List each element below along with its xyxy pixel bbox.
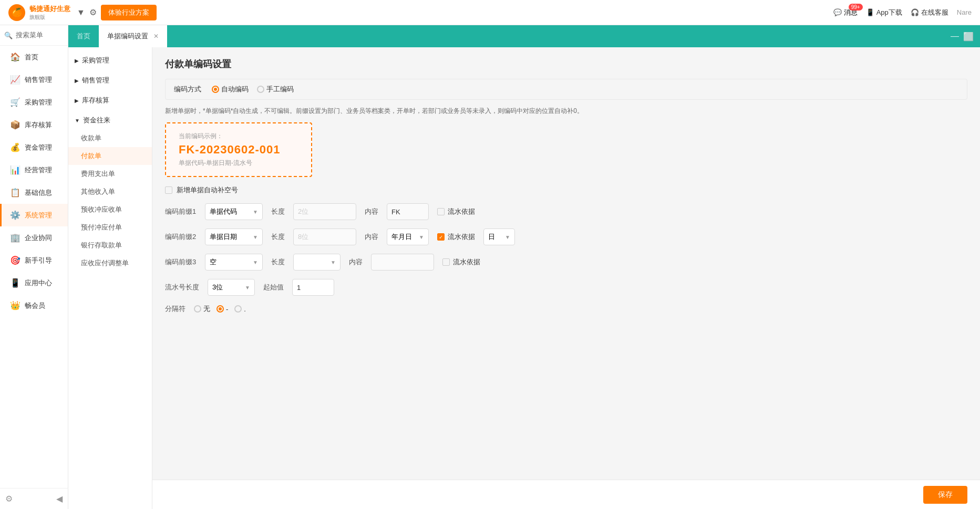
- tab-close-icon[interactable]: ✕: [153, 33, 159, 40]
- config-row-3: 编码前缀3 空 ▼ 长度 ▼ 内容: [165, 254, 967, 271]
- basic-icon: 📋: [10, 188, 20, 198]
- auto-fill-row[interactable]: 新增单据自动补空号: [165, 185, 967, 195]
- content2-label: 内容: [365, 232, 378, 242]
- search-menu[interactable]: 🔍 搜索菜单: [0, 25, 68, 46]
- stream1-box: [437, 208, 445, 215]
- length1-input: 2位: [293, 203, 356, 220]
- sidebar-item-sales[interactable]: 📈 销售管理: [0, 68, 68, 91]
- page-title: 付款单编码设置: [165, 58, 967, 70]
- chevron-right-icon3: ▶: [75, 98, 79, 103]
- sidebar-item-guide[interactable]: 🎯 新手引导: [0, 249, 68, 272]
- sidebar-collapse-icon[interactable]: ◀: [56, 494, 63, 504]
- auto-fill-label: 新增单据自动补空号: [177, 185, 238, 195]
- prefix3-select[interactable]: 空 ▼: [205, 254, 263, 271]
- length2-input: 8位: [293, 228, 356, 245]
- group-funds-title[interactable]: ▼ 资金往来: [68, 111, 152, 129]
- prefix2-select[interactable]: 单据日期 ▼: [205, 228, 263, 245]
- code-preview-desc: 单据代码-单据日期-流水号: [179, 159, 298, 168]
- sidebar: 🔍 搜索菜单 🏠 首页 📈 销售管理 🛒 采购管理 📦 库存核算 💰: [0, 25, 68, 509]
- guide-icon: 🎯: [10, 255, 20, 265]
- top-bar: 🍊 畅捷通好生意 旗舰版 ▼ ⚙ 体验行业方案 💬 消息 99+ 📱 App下载…: [0, 0, 980, 25]
- length2-label: 长度: [271, 232, 285, 242]
- sub-item-shoukuandan[interactable]: 收款单: [68, 129, 152, 147]
- tab-home[interactable]: 首页: [68, 25, 99, 47]
- save-button[interactable]: 保存: [923, 486, 967, 504]
- stream3-checkbox[interactable]: 流水依据: [442, 257, 480, 267]
- sidebar-item-finance[interactable]: 💰 资金管理: [0, 136, 68, 159]
- sidebar-item-home[interactable]: 🏠 首页: [0, 46, 68, 68]
- sub-item-yingshu[interactable]: 应收应付调整单: [68, 254, 152, 272]
- sidebar-item-enterprise[interactable]: 🏢 企业协同: [0, 226, 68, 249]
- sales-icon: 📈: [10, 75, 20, 85]
- sidebar-nav: 🏠 首页 📈 销售管理 🛒 采购管理 📦 库存核算 💰 资金管理 📊 经: [0, 46, 68, 488]
- trial-button[interactable]: 体验行业方案: [101, 5, 157, 20]
- group-inventory-title[interactable]: ▶ 库存核算: [68, 91, 152, 109]
- sub-item-feiyong[interactable]: 费用支出单: [68, 165, 152, 183]
- group-sales: ▶ 销售管理: [68, 71, 152, 89]
- tab-bar: 首页 单据编码设置 ✕ — ⬜: [68, 25, 980, 47]
- funds-items: 收款单 付款单 费用支出单 其他收入单 预收冲应收单 预付冲应付单 银行存取款单…: [68, 129, 152, 272]
- separator-row: 分隔符 无 - .: [165, 304, 967, 314]
- content2-select[interactable]: 年月日 ▼: [387, 228, 429, 245]
- sub-sidebar: ▶ 采购管理 ▶ 销售管理 ▶ 库存核算: [68, 47, 152, 509]
- serial-row: 流水号长度 3位 ▼ 起始值 1: [165, 279, 967, 296]
- sidebar-item-system[interactable]: ⚙️ 系统管理: [0, 204, 68, 226]
- purchase-icon: 🛒: [10, 97, 20, 107]
- manual-code-radio[interactable]: 手工编码: [257, 85, 294, 94]
- tab-maximize-btn[interactable]: ⬜: [963, 32, 974, 41]
- sidebar-settings-icon[interactable]: ⚙: [5, 494, 13, 504]
- sidebar-item-member[interactable]: 👑 畅会员: [0, 294, 68, 317]
- group-sales-title[interactable]: ▶ 销售管理: [68, 71, 152, 89]
- auto-fill-checkbox[interactable]: [165, 186, 172, 194]
- sub-item-yufuchong[interactable]: 预付冲应付单: [68, 219, 152, 236]
- user-area[interactable]: Nare: [957, 8, 972, 16]
- sep-hyphen-dot: [216, 305, 224, 313]
- message-btn[interactable]: 💬 消息 99+: [833, 8, 858, 17]
- sidebar-item-purchase[interactable]: 🛒 采购管理: [0, 91, 68, 113]
- tab-minimize-btn[interactable]: —: [951, 32, 959, 41]
- sep-options: 无 - .: [194, 304, 246, 314]
- encoding-mode-label: 编码方式: [174, 85, 201, 94]
- sep-dot[interactable]: .: [234, 305, 246, 313]
- top-bar-left: 🍊 畅捷通好生意 旗舰版 ▼ ⚙ 体验行业方案: [8, 4, 157, 21]
- prefix1-select[interactable]: 单据代码 ▼: [205, 203, 263, 220]
- sidebar-item-operation[interactable]: 📊 经营管理: [0, 159, 68, 181]
- settings-icon-btn[interactable]: ⚙: [89, 7, 97, 17]
- sub-item-yushouchong[interactable]: 预收冲应收单: [68, 201, 152, 219]
- expand-btn[interactable]: ▼: [77, 8, 85, 17]
- sidebar-item-inventory[interactable]: 📦 库存核算: [0, 113, 68, 136]
- group-purchase-title[interactable]: ▶ 采购管理: [68, 51, 152, 69]
- sep-dot-dot: [234, 305, 242, 313]
- stream2-checkbox[interactable]: ✓ 流水依据: [437, 232, 475, 242]
- chevron-right-icon2: ▶: [75, 78, 79, 84]
- start-value-label: 起始值: [263, 283, 284, 292]
- top-bar-controls: ▼ ⚙ 体验行业方案: [77, 5, 157, 20]
- sep-none[interactable]: 无: [194, 304, 210, 314]
- stream2-unit-select[interactable]: 日 ▼: [483, 228, 515, 245]
- auto-code-radio[interactable]: 自动编码: [212, 85, 249, 94]
- start-value-input[interactable]: 1: [292, 279, 334, 296]
- sub-item-qitashouru[interactable]: 其他收入单: [68, 183, 152, 201]
- message-icon: 💬: [833, 8, 842, 16]
- top-bar-right: 💬 消息 99+ 📱 App下载 🎧 在线客服 Nare: [833, 8, 972, 17]
- serial-length-select[interactable]: 3位 ▼: [208, 279, 255, 296]
- content1-value: FK: [387, 203, 429, 220]
- tab-encoding[interactable]: 单据编码设置 ✕: [99, 25, 167, 47]
- length3-select[interactable]: ▼: [293, 254, 341, 271]
- serial-length-label: 流水号长度: [165, 283, 199, 292]
- sub-item-yinhang[interactable]: 银行存取款单: [68, 236, 152, 254]
- sidebar-item-apps[interactable]: 📱 应用中心: [0, 272, 68, 294]
- main-content: 付款单编码设置 编码方式 自动编码 手工编码: [152, 47, 980, 480]
- sep-hyphen[interactable]: -: [216, 305, 228, 313]
- sub-item-fukuandan[interactable]: 付款单: [68, 147, 152, 165]
- info-text: 新增单据时，*单据编码*自动生成，不可编辑。前缀设置为部门、业务员等档案类，开单…: [165, 106, 967, 116]
- stream1-checkbox[interactable]: 流水依据: [437, 207, 475, 216]
- sidebar-item-basic[interactable]: 📋 基础信息: [0, 181, 68, 204]
- sep-none-dot: [194, 305, 201, 313]
- service-btn[interactable]: 🎧 在线客服: [911, 8, 948, 17]
- stream2-box: ✓: [437, 233, 445, 241]
- message-badge: 99+: [849, 4, 863, 11]
- download-btn[interactable]: 📱 App下载: [866, 8, 902, 17]
- member-icon: 👑: [10, 300, 20, 310]
- bottom-bar: 保存: [152, 480, 980, 509]
